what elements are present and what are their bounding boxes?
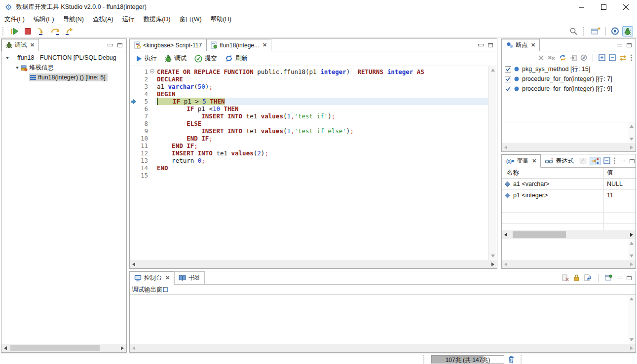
line-number[interactable]: 13	[137, 157, 150, 164]
reapply-breakpoints-icon[interactable]	[559, 54, 566, 61]
maximize-view-icon[interactable]	[630, 159, 635, 163]
link-with-debug-icon[interactable]	[619, 55, 627, 61]
collapse-all-icon[interactable]	[609, 54, 616, 61]
view-menu-icon[interactable]	[630, 54, 633, 61]
line-number[interactable]: 10	[137, 135, 150, 142]
code-line-14[interactable]: 14END	[130, 164, 488, 172]
close-icon[interactable]: ✕	[165, 275, 170, 281]
detail-vscrollbar[interactable]	[628, 122, 636, 143]
garbage-collect-icon[interactable]	[507, 355, 515, 364]
stack-frame-selected[interactable]: ffun18(integer) () [line: 5]	[29, 73, 108, 81]
breakpoint-row-0[interactable]: pkg_sys_method [行: 15]	[502, 64, 636, 74]
code-line-3[interactable]: 3a1 varchar(50);	[130, 83, 488, 90]
line-number[interactable]: 6	[137, 105, 150, 112]
step-into-icon[interactable]	[34, 27, 48, 36]
editor-vscrollbar[interactable]	[488, 66, 497, 260]
scroll-left-icon[interactable]	[132, 346, 135, 350]
line-number[interactable]: 4	[137, 90, 150, 98]
debug-tree-stack[interactable]: ▼ 堆栈信息	[1, 63, 126, 73]
tab-expressions[interactable]: 表达式	[541, 154, 577, 167]
scroll-right-icon[interactable]	[491, 262, 494, 266]
maximize-view-icon[interactable]	[488, 43, 493, 47]
column-name[interactable]: 名称	[502, 169, 603, 177]
scroll-up-icon[interactable]	[630, 242, 634, 245]
resume-icon[interactable]	[7, 27, 22, 36]
variables-header-row[interactable]: 名称 值	[502, 168, 636, 179]
column-resize-handle[interactable]	[603, 168, 604, 230]
clear-console-icon[interactable]	[562, 274, 569, 281]
breakpoint-checkbox[interactable]	[505, 86, 511, 92]
line-number[interactable]: 5	[137, 98, 150, 105]
column-value[interactable]: 值	[603, 169, 636, 177]
scroll-left-icon[interactable]	[4, 346, 7, 350]
line-number[interactable]: 11	[137, 142, 150, 149]
scroll-right-icon[interactable]	[630, 262, 633, 266]
scroll-lock-icon[interactable]	[573, 274, 580, 281]
remove-breakpoint-icon[interactable]	[538, 55, 544, 61]
code-line-5[interactable]: 5 IF p1 > 5 THEN	[130, 98, 488, 105]
remove-all-breakpoints-icon[interactable]	[548, 55, 556, 61]
console-output-area[interactable]	[130, 295, 636, 344]
code-editor[interactable]: 1−CREATE OR REPLACE FUNCTION public.ffun…	[130, 66, 497, 260]
breakpoint-row-1[interactable]: procedure_for_for(integer) [行: 7]	[502, 74, 636, 84]
scroll-thumb[interactable]	[10, 345, 100, 351]
menu-item-0[interactable]: 文件(F)	[0, 14, 29, 25]
line-number[interactable]: 3	[137, 83, 150, 90]
console-text[interactable]	[130, 295, 628, 344]
scroll-down-icon[interactable]	[491, 255, 495, 257]
variable-value[interactable]: 11	[603, 192, 636, 199]
scroll-down-icon[interactable]	[630, 338, 634, 341]
scroll-down-icon[interactable]	[630, 255, 634, 257]
line-number[interactable]: 1	[137, 68, 150, 75]
debug-hscrollbar[interactable]	[1, 344, 126, 352]
heap-status-gauge[interactable]: 107兆 (共 147兆)	[431, 355, 504, 364]
variable-row-0[interactable]: a1 <varchar>NULL	[502, 179, 636, 190]
detail-hscrollbar[interactable]	[502, 260, 636, 268]
status-drag-handle[interactable]	[423, 355, 426, 364]
line-number[interactable]: 2	[137, 75, 150, 83]
minimize-view-icon[interactable]	[617, 277, 622, 279]
debug-button[interactable]: 调试	[164, 53, 190, 64]
editor-hscrollbar[interactable]	[130, 260, 497, 268]
line-number[interactable]: 15	[137, 172, 150, 179]
line-number[interactable]: 14	[137, 164, 150, 172]
fold-collapse-icon[interactable]: −	[150, 68, 155, 75]
scroll-right-icon[interactable]	[121, 346, 124, 350]
line-number[interactable]: 8	[137, 120, 150, 127]
menu-item-1[interactable]: 编辑(E)	[29, 14, 59, 25]
breakpoint-row-2[interactable]: procedure_for_for(integer) [行: 9]	[502, 84, 636, 94]
minimize-view-icon[interactable]	[108, 44, 113, 46]
scroll-right-icon[interactable]	[630, 233, 633, 237]
maximize-view-icon[interactable]	[117, 43, 122, 47]
code-line-15[interactable]: 15	[130, 172, 488, 179]
step-over-icon[interactable]	[48, 27, 62, 36]
close-icon[interactable]: ✕	[30, 42, 35, 48]
show-logical-structure-icon[interactable]	[590, 157, 600, 165]
debug-tree-root[interactable]: ▼ ffun18 - FUNCTION [PL/SQL Debug	[1, 53, 126, 63]
tab-bookmarks[interactable]: 书签	[174, 271, 205, 284]
tab-breakpoints[interactable]: 断点 ✕	[502, 39, 540, 51]
skip-all-breakpoints-icon[interactable]	[580, 54, 587, 61]
menu-item-4[interactable]: 运行	[118, 14, 139, 25]
close-icon[interactable]: ✕	[262, 42, 267, 48]
tab-script-117[interactable]: <kingbase> Script-117	[130, 39, 206, 51]
terminate-icon[interactable]	[22, 27, 34, 36]
refresh-button[interactable]: 刷新	[224, 53, 252, 64]
scroll-thumb[interactable]	[513, 231, 566, 238]
scroll-right-icon[interactable]	[630, 346, 633, 350]
console-hscrollbar[interactable]	[130, 344, 636, 352]
scroll-up-icon[interactable]	[491, 69, 495, 72]
code-line-10[interactable]: 10 END IF;	[130, 135, 488, 142]
step-return-icon[interactable]	[62, 27, 76, 36]
code-line-8[interactable]: 8 ELSE	[130, 120, 488, 127]
breakpoint-checkbox[interactable]	[505, 76, 511, 82]
minimize-view-icon[interactable]	[478, 44, 484, 46]
open-perspective-icon[interactable]	[588, 26, 603, 36]
tab-ffun18[interactable]: ffun18(intege... ✕	[206, 39, 271, 51]
variable-value[interactable]: NULL	[603, 181, 636, 187]
close-icon[interactable]: ✕	[532, 158, 536, 164]
scroll-down-icon[interactable]	[630, 138, 634, 141]
show-output-icon[interactable]	[584, 274, 592, 281]
variables-hscrollbar[interactable]	[502, 230, 636, 239]
detail-vscrollbar[interactable]	[628, 239, 636, 260]
